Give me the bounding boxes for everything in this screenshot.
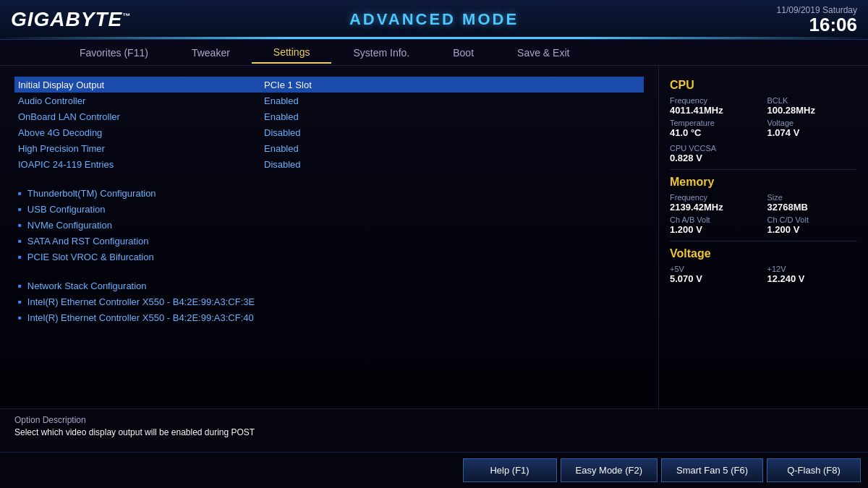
mem-chab-group: Ch A/B Volt 1.200 V [670, 215, 760, 235]
setting-row-initial-display[interactable]: Initial Display Output PCIe 1 Slot [14, 77, 644, 93]
setting-label-above4g: Above 4G Decoding [18, 127, 264, 138]
volt-5v-label: +5V [670, 265, 760, 273]
setting-row-hpt[interactable]: High Precision Timer Enabled [14, 140, 644, 156]
settings-panel: Initial Display Output PCIe 1 Slot Audio… [0, 66, 658, 452]
main-content: Initial Display Output PCIe 1 Slot Audio… [0, 66, 868, 452]
cpu-volt-group: Voltage 1.074 V [767, 119, 858, 138]
cpu-freq-value: 4011.41MHz [670, 105, 760, 116]
submenu-eth-cf40[interactable]: Intel(R) Ethernet Controller X550 - B4:2… [14, 309, 644, 325]
cpu-vccsa-value: 0.828 V [670, 153, 857, 163]
mem-chab-label: Ch A/B Volt [670, 215, 760, 224]
setting-label-initial-display: Initial Display Output [18, 80, 264, 90]
header: GIGABYTE™ ADVANCED MODE 11/09/2019 Satur… [0, 0, 868, 40]
volt-5v-value: 5.070 V [670, 273, 760, 284]
setting-label-audio: Audio Controller [18, 95, 264, 106]
mem-freq-group: Frequency 2139.42MHz [670, 193, 760, 213]
setting-value-lan: Enabled [264, 111, 299, 122]
submenu-eth-cf3e[interactable]: Intel(R) Ethernet Controller X550 - B4:2… [14, 294, 644, 309]
setting-value-initial-display: PCIe 1 Slot [264, 80, 312, 90]
cpu-bclk-group: BCLK 100.28MHz [767, 96, 858, 116]
voltage-section-title: Voltage [670, 247, 857, 260]
memory-divider [670, 241, 857, 241]
setting-label-lan: OnBoard LAN Controller [18, 111, 264, 122]
mem-chcd-group: Ch C/D Volt 1.200 V [767, 215, 858, 235]
info-panel: CPU Frequency 4011.41MHz BCLK 100.28MHz … [658, 66, 868, 452]
mem-chab-value: 1.200 V [670, 224, 760, 235]
help-button[interactable]: Help (F1) [463, 458, 557, 482]
cpu-grid: Frequency 4011.41MHz BCLK 100.28MHz Temp… [670, 96, 857, 138]
setting-value-ioapic: Disabled [264, 159, 301, 170]
nav-tabs: Favorites (F11) Tweaker Settings System … [0, 40, 868, 66]
option-desc-title: Option Description [14, 415, 854, 425]
qflash-button[interactable]: Q-Flash (F8) [767, 458, 861, 482]
tab-settings[interactable]: Settings [252, 42, 332, 64]
cpu-divider [670, 169, 857, 170]
datetime: 11/09/2019 Saturday 16:06 [777, 5, 857, 34]
cpu-freq-label: Frequency [670, 96, 760, 105]
cpu-volt-value: 1.074 V [767, 127, 858, 138]
mem-chcd-value: 1.200 V [767, 224, 858, 235]
cpu-freq-group: Frequency 4011.41MHz [670, 96, 760, 116]
logo: GIGABYTE™ [11, 8, 131, 31]
mem-size-group: Size 32768MB [767, 193, 858, 213]
setting-row-lan[interactable]: OnBoard LAN Controller Enabled [14, 108, 644, 124]
setting-value-audio: Enabled [264, 95, 299, 106]
setting-row-ioapic[interactable]: IOAPIC 24-119 Entries Disabled [14, 156, 644, 172]
time-display: 16:06 [777, 15, 857, 34]
submenu-network-stack[interactable]: Network Stack Configuration [14, 278, 644, 294]
logo-text: GIGABYTE [11, 8, 122, 30]
cpu-temp-group: Temperature 41.0 °C [670, 119, 760, 138]
tab-favorites[interactable]: Favorites (F11) [58, 43, 170, 63]
mem-size-label: Size [767, 193, 858, 202]
cpu-section-title: CPU [670, 79, 857, 92]
smart-fan-button[interactable]: Smart Fan 5 (F6) [661, 458, 763, 482]
cpu-bclk-value: 100.28MHz [767, 105, 858, 116]
voltage-grid: +5V 5.070 V +12V 12.240 V [670, 265, 857, 284]
volt-12v-value: 12.240 V [767, 273, 858, 284]
setting-value-hpt: Enabled [264, 143, 299, 154]
submenu-nvme[interactable]: NVMe Configuration [14, 217, 644, 233]
submenu-section-2: Network Stack Configuration Intel(R) Eth… [14, 278, 644, 325]
submenu-section-1: Thunderbolt(TM) Configuration USB Config… [14, 185, 644, 265]
submenu-pcie[interactable]: PCIE Slot VROC & Bifurcation [14, 249, 644, 265]
bottom-bar: Help (F1) Easy Mode (F2) Smart Fan 5 (F6… [0, 452, 868, 488]
mem-chcd-label: Ch C/D Volt [767, 215, 858, 224]
easy-mode-button[interactable]: Easy Mode (F2) [561, 458, 658, 482]
memory-section-title: Memory [670, 176, 857, 189]
page-title: ADVANCED MODE [349, 10, 519, 29]
cpu-vccsa-group: CPU VCCSA 0.828 V [670, 144, 857, 163]
tab-boot[interactable]: Boot [431, 43, 495, 63]
submenu-thunderbolt[interactable]: Thunderbolt(TM) Configuration [14, 185, 644, 201]
tab-tweaker[interactable]: Tweaker [170, 43, 252, 63]
mem-freq-label: Frequency [670, 193, 760, 202]
mem-size-value: 32768MB [767, 202, 858, 213]
setting-label-ioapic: IOAPIC 24-119 Entries [18, 159, 264, 170]
logo-tm: ™ [122, 12, 131, 20]
submenu-usb[interactable]: USB Configuration [14, 201, 644, 217]
memory-grid: Frequency 2139.42MHz Size 32768MB Ch A/B… [670, 193, 857, 235]
header-decoration [0, 37, 868, 39]
setting-value-above4g: Disabled [264, 127, 301, 138]
cpu-temp-label: Temperature [670, 119, 760, 127]
cpu-temp-value: 41.0 °C [670, 127, 760, 138]
tab-sysinfo[interactable]: System Info. [331, 43, 431, 63]
tab-saveexit[interactable]: Save & Exit [495, 43, 591, 63]
submenu-sata[interactable]: SATA And RST Configuration [14, 233, 644, 249]
volt-12v-label: +12V [767, 265, 858, 273]
volt-12v-group: +12V 12.240 V [767, 265, 858, 284]
setting-row-audio[interactable]: Audio Controller Enabled [14, 93, 644, 108]
mem-freq-value: 2139.42MHz [670, 202, 760, 213]
option-desc-text: Select which video display output will b… [14, 427, 854, 437]
volt-5v-group: +5V 5.070 V [670, 265, 760, 284]
cpu-volt-label: Voltage [767, 119, 858, 127]
cpu-bclk-label: BCLK [767, 96, 858, 105]
cpu-vccsa-label: CPU VCCSA [670, 144, 857, 153]
setting-label-hpt: High Precision Timer [18, 143, 264, 154]
setting-row-above4g[interactable]: Above 4G Decoding Disabled [14, 124, 644, 140]
option-description-panel: Option Description Select which video di… [0, 408, 868, 452]
